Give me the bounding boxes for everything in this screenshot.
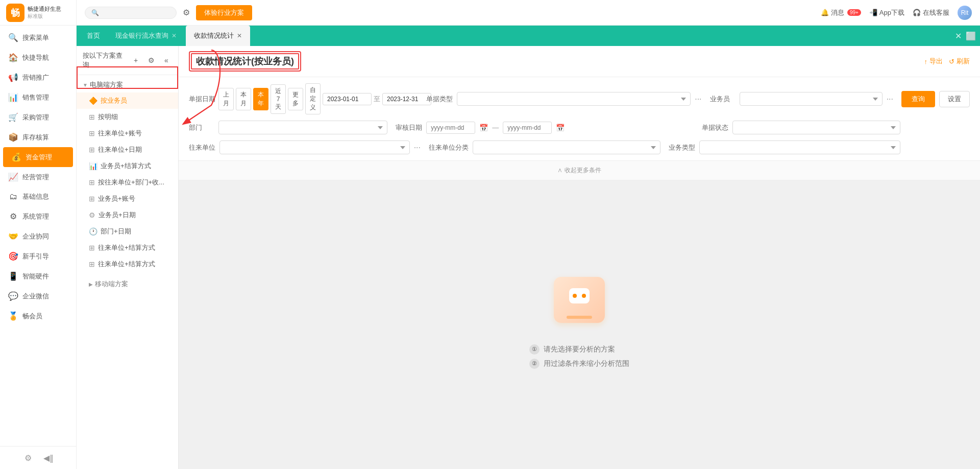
sidebar-item-search[interactable]: 🔍 搜索菜单 — [0, 28, 76, 48]
empty-step-2: ② 用过滤条件来缩小分析范围 — [529, 359, 629, 369]
sidebar-item-label: 经营管理 — [22, 173, 49, 182]
scheme-mobile-group-title[interactable]: ▶ 移动端方案 — [77, 276, 178, 292]
scheme-item-dept-date[interactable]: 🕐 部门+日期 — [77, 223, 178, 240]
sidebar-item-label: 系统管理 — [22, 212, 49, 221]
tab-bank-close[interactable]: ✕ — [172, 32, 177, 39]
topbar-gear-icon[interactable]: ⚙ — [183, 8, 190, 17]
sidebar-item-enterprise[interactable]: 🤝 企业协同 — [0, 226, 76, 246]
sidebar-item-sales[interactable]: 📊 销售管理 — [0, 87, 76, 107]
window-maximize-btn[interactable]: ⬜ — [966, 31, 976, 41]
salesperson-icon: 🔶 — [89, 97, 97, 105]
dept-select[interactable] — [218, 121, 387, 134]
query-btn[interactable]: 查询 — [901, 91, 935, 107]
doctype-select[interactable] — [457, 92, 691, 106]
scheme-item-partner-dept[interactable]: ⊞ 按往来单位+部门+收... — [77, 174, 178, 191]
sidebar-item-label: 智能硬件 — [22, 272, 49, 281]
scheme-item-partner-settle[interactable]: ⊞ 往来单位+结算方式 — [77, 240, 178, 256]
sidebar-item-business[interactable]: 📈 经营管理 — [0, 167, 76, 187]
scheme-item-salesperson[interactable]: 🔶 按业务员 — [77, 92, 178, 109]
scheme-desktop-group-title[interactable]: ▼ 电脑端方案 — [77, 77, 178, 92]
date-btn-more[interactable]: 更多 — [288, 88, 303, 110]
calendar-icon-from[interactable]: 📅 — [479, 124, 488, 132]
scheme-item-sales-settle[interactable]: 📊 业务员+结算方式 — [77, 158, 178, 174]
scheme-item-label: 按业务员 — [101, 96, 127, 105]
page-header: 收款情况统计(按业务员) ↑ 导出 ↺ 刷新 — [179, 46, 980, 77]
scheme-item-sales-date[interactable]: ⚙ 业务员+日期 — [77, 207, 178, 223]
salesperson-more-btn[interactable]: ··· — [887, 95, 893, 104]
calendar-icon-to[interactable]: 📅 — [556, 124, 565, 132]
topbar-search[interactable]: 🔍 — [85, 7, 177, 19]
business-type-select[interactable] — [699, 140, 900, 154]
finance-icon: 💰 — [11, 152, 21, 162]
date-btn-this-year[interactable]: 本年 — [253, 88, 268, 110]
scheme-item-sales-account[interactable]: ⊞ 业务员+账号 — [77, 191, 178, 207]
date-to-input[interactable] — [382, 93, 431, 105]
scheme-settings-btn[interactable]: ⚙ — [145, 55, 157, 66]
partner-account-icon: ⊞ — [89, 129, 95, 137]
date-range-group: 上月 本月 本年 近7天 更多 自定义 至 — [218, 83, 431, 114]
messages-label: 消息 — [831, 8, 844, 17]
tab-receipt[interactable]: 收款情况统计 ✕ — [186, 26, 250, 46]
settings-btn[interactable]: 设置 — [939, 91, 970, 107]
review-date-separator: — — [492, 124, 499, 131]
enterprise-icon: 🤝 — [8, 231, 18, 241]
trial-btn[interactable]: 体验行业方案 — [196, 5, 252, 20]
app-download-btn[interactable]: 📲 App下载 — [869, 8, 904, 17]
review-from-input[interactable] — [426, 122, 475, 134]
sidebar-item-basic[interactable]: 🗂 基础信息 — [0, 187, 76, 206]
partner-category-select[interactable] — [473, 140, 660, 154]
sidebar-item-purchase[interactable]: 🛒 采购管理 — [0, 107, 76, 127]
date-btn-custom[interactable]: 自定义 — [305, 83, 321, 114]
sidebar-item-hardware[interactable]: 📱 智能硬件 — [0, 266, 76, 286]
review-to-input[interactable] — [503, 122, 552, 134]
export-btn[interactable]: ↑ 导出 — [924, 57, 943, 66]
date-btn-7days[interactable]: 近7天 — [271, 84, 286, 114]
sidebar-item-member[interactable]: 🏅 畅会员 — [0, 306, 76, 326]
date-from-input[interactable] — [323, 93, 372, 105]
scheme-item-partner-account[interactable]: ⊞ 往来单位+账号 — [77, 125, 178, 142]
scheme-item-partner-settle2[interactable]: ⊞ 往来单位+结算方式 — [77, 256, 178, 272]
sidebar-item-nav[interactable]: 🏠 快捷导航 — [0, 48, 76, 67]
user-avatar[interactable]: Rit — [958, 6, 972, 20]
filter-partner-category-field: 往来单位分类 — [429, 140, 660, 154]
sidebar-item-warehouse[interactable]: 📦 库存核算 — [0, 127, 76, 147]
empty-state: ① 请先选择要分析的方案 ② 用过滤条件来缩小分析范围 — [179, 180, 980, 469]
docstatus-select[interactable] — [732, 121, 900, 134]
date-btn-this-month[interactable]: 本月 — [236, 88, 251, 110]
sidebar-item-guide[interactable]: 🎯 新手引导 — [0, 246, 76, 266]
messages-btn[interactable]: 🔔 消息 99+ — [821, 8, 861, 17]
sidebar-settings-btn[interactable]: ⚙ — [19, 451, 37, 465]
basic-icon: 🗂 — [8, 192, 18, 201]
bell-icon: 🔔 — [821, 9, 829, 16]
sidebar-item-label: 新手引导 — [22, 252, 49, 261]
refresh-btn[interactable]: ↺ 刷新 — [949, 57, 970, 66]
sidebar: 畅 畅捷通好生意 标准版 🔍 搜索菜单 🏠 快捷导航 📢 营销推广 📊 销售管理… — [0, 0, 77, 469]
scheme-collapse-btn[interactable]: « — [161, 55, 172, 66]
sidebar-collapse-btn[interactable]: ◀‖ — [39, 451, 58, 465]
refresh-label: 刷新 — [957, 57, 970, 66]
date-btn-last-month[interactable]: 上月 — [218, 88, 234, 110]
sidebar-item-marketing[interactable]: 📢 营销推广 — [0, 67, 76, 87]
sidebar-item-system[interactable]: ⚙ 系统管理 — [0, 206, 76, 226]
scheme-mobile-group: ▶ 移动端方案 — [77, 274, 178, 294]
doctype-more-btn[interactable]: ··· — [695, 95, 701, 104]
online-service-btn[interactable]: 🎧 在线客服 — [913, 8, 949, 17]
salesperson-select[interactable] — [740, 92, 883, 106]
review-label: 审核日期 — [396, 123, 422, 132]
tab-bank[interactable]: 现金银行流水查询 ✕ — [107, 26, 185, 46]
window-close-btn[interactable]: ✕ — [955, 31, 962, 41]
export-label: 导出 — [929, 57, 943, 66]
partner-select[interactable] — [219, 140, 410, 154]
partner-more-btn[interactable]: ··· — [414, 143, 421, 152]
tab-home[interactable]: 首页 — [81, 26, 106, 46]
partner-date-icon: ⊞ — [89, 146, 95, 154]
scheme-add-btn[interactable]: + — [130, 55, 141, 66]
scheme-item-detail[interactable]: ⊞ 按明细 — [77, 109, 178, 125]
scheme-mobile-label: 移动端方案 — [95, 279, 128, 289]
topbar-left: 🔍 ⚙ 体验行业方案 — [85, 5, 252, 20]
collapse-bar[interactable]: ∧ 收起更多条件 — [179, 161, 980, 180]
sidebar-item-wechat[interactable]: 💬 企业微信 — [0, 286, 76, 306]
tab-receipt-close[interactable]: ✕ — [237, 32, 242, 39]
sidebar-item-finance[interactable]: 💰 资金管理 — [3, 147, 73, 167]
scheme-item-partner-date[interactable]: ⊞ 往来单位+日期 — [77, 142, 178, 158]
